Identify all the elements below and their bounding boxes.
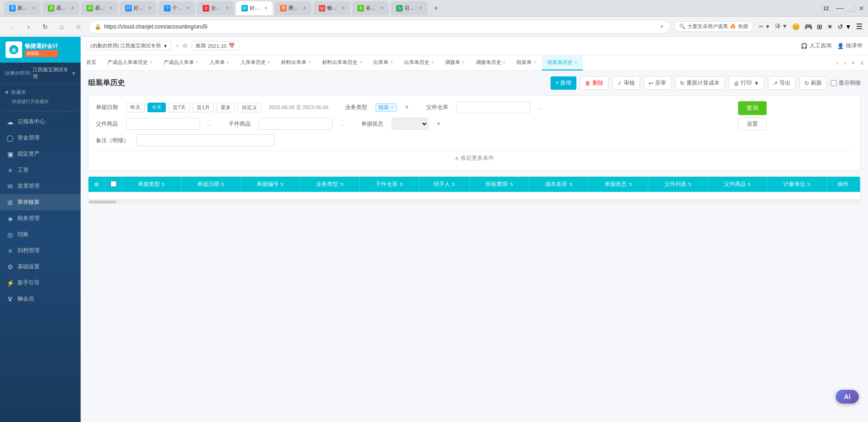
tab-close-11[interactable]: ×	[419, 6, 422, 11]
select-all-checkbox[interactable]	[111, 181, 117, 187]
tab-prod-inbound-close[interactable]: ×	[196, 60, 199, 65]
col-order-type[interactable]: 单据类型 ⇅	[122, 177, 181, 192]
browser-tab-4[interactable]: 好 好... ×	[120, 1, 157, 15]
notes-input[interactable]	[136, 134, 275, 146]
col-settings[interactable]: ⚙	[88, 177, 105, 192]
parent-goods-more[interactable]: ...	[207, 121, 212, 127]
nav-star-button[interactable]: ☆	[72, 20, 85, 33]
sidebar-item-guide[interactable]: ⚡ 新手引导	[0, 275, 81, 291]
date-yesterday-btn[interactable]: 昨天	[126, 103, 145, 112]
tab-scroll-right[interactable]: ›	[841, 58, 849, 68]
sidebar-item-assets[interactable]: ▣ 固定资产	[0, 146, 81, 162]
collapse-btn[interactable]: ∧ 收起更多条件	[96, 151, 853, 165]
browser-tab-7[interactable]: 好 好... ×	[236, 1, 273, 15]
sidebar-company[interactable]: (勿删勿禁用) 江西服宝测试专用 ▼	[0, 63, 81, 84]
refresh-button[interactable]: ↻ 刷新	[799, 76, 827, 90]
tab-close-9[interactable]: ×	[342, 6, 345, 11]
date-last-month-btn[interactable]: 近1月	[193, 103, 214, 112]
tab-outbound[interactable]: 出库单 ×	[368, 55, 399, 70]
parent-warehouse-input[interactable]	[457, 101, 530, 113]
tab-more[interactable]: ≡	[857, 58, 866, 68]
user-info[interactable]: 👤 徐泽华	[837, 42, 862, 50]
sidebar-item-checkout[interactable]: ◎ 结账	[0, 226, 81, 243]
date-last7-btn[interactable]: 近7天	[169, 103, 190, 112]
status-dropdown-chevron[interactable]: ▼	[436, 121, 441, 127]
tab-assemble-close[interactable]: ×	[462, 60, 465, 65]
tab-inbound-history[interactable]: 入库单历史 ×	[235, 55, 276, 70]
tab-material-out-history-close[interactable]: ×	[359, 60, 362, 65]
col-order-date[interactable]: 单据日期 ⇅	[181, 177, 240, 192]
menu-btn[interactable]: ☰	[856, 22, 862, 31]
tab-prod-inbound-history[interactable]: 产成品入库单历史 ×	[102, 55, 158, 70]
browser-restore[interactable]: ⬜	[847, 5, 855, 12]
nav-reload-button[interactable]: ↻	[39, 20, 52, 33]
tab-close-4[interactable]: ×	[148, 6, 151, 11]
undo-btn[interactable]: ↺ ▼	[838, 23, 851, 30]
new-tab-button[interactable]: +	[429, 2, 442, 15]
game-btn[interactable]: 🎮	[804, 23, 812, 30]
favorites-title[interactable]: ★ 收藏夹	[5, 87, 76, 98]
col-cost-diff[interactable]: 成本差异 ⇅	[529, 177, 588, 192]
sidebar-item-tax[interactable]: ◈ 税务管理	[0, 210, 81, 226]
col-order-no[interactable]: 单据编号 ⇅	[240, 177, 300, 192]
tab-inbound-close[interactable]: ×	[227, 60, 229, 65]
sidebar-item-archive[interactable]: ≡ 归档管理	[0, 243, 81, 259]
parent-warehouse-more[interactable]: ...	[538, 104, 542, 110]
nav-forward-button[interactable]: ›	[22, 20, 35, 33]
col-handler[interactable]: 经手人 ⇅	[419, 177, 470, 192]
translate-btn[interactable]: 译 ▼	[775, 23, 787, 30]
tab-assemble[interactable]: 调拨单 ×	[440, 55, 470, 70]
tab-inbound-history-close[interactable]: ×	[268, 60, 270, 65]
consultant-btn[interactable]: 🎧 人工咨询	[801, 42, 832, 50]
col-biz-type[interactable]: 业务类型 ⇅	[300, 177, 359, 192]
tab-assemble-history[interactable]: 调拨单历史 ×	[470, 55, 511, 70]
col-checkbox[interactable]	[105, 177, 122, 192]
period-selector[interactable]: 账期 2021-10 📅	[192, 41, 239, 51]
biz-type-tag-remove[interactable]: ×	[391, 104, 393, 110]
sidebar-item-funds[interactable]: ◯ 资金管理	[0, 130, 81, 146]
tab-close-2[interactable]: ×	[71, 6, 74, 11]
address-bar-chevron[interactable]: ▼	[659, 24, 664, 29]
recalculate-button[interactable]: ↻ 重新计算成本	[675, 76, 725, 90]
tab-kit-history-close[interactable]: ×	[575, 60, 577, 65]
emoji-btn[interactable]: 😊	[792, 23, 800, 30]
tab-prod-inbound-history-close[interactable]: ×	[150, 60, 152, 65]
tab-scroll-left[interactable]: ‹	[834, 58, 841, 68]
grid-btn[interactable]: ⊞	[817, 23, 822, 30]
scrollbar-thumb[interactable]	[89, 201, 117, 203]
nav-back-button[interactable]: ‹	[6, 20, 18, 33]
browser-tab-6[interactable]: 企 企... ×	[197, 1, 234, 15]
export-button[interactable]: ↗ 导出	[768, 76, 796, 90]
col-child-warehouse[interactable]: 子件仓库 ⇅	[359, 177, 419, 192]
browser-tab-1[interactable]: 新 新... ×	[4, 1, 41, 15]
sidebar-item-salary[interactable]: ≡ 工资	[0, 162, 81, 178]
ai-widget[interactable]: Ai	[836, 390, 859, 404]
print-button[interactable]: 🖨 打印 ▼	[728, 76, 764, 90]
tab-close-all[interactable]: ×	[849, 58, 857, 68]
approve-button[interactable]: ✓ 审核	[612, 76, 640, 90]
browser-tab-3[interactable]: 易 易... ×	[81, 1, 118, 15]
scissors-btn[interactable]: ✂ ▼	[759, 23, 770, 30]
tab-home[interactable]: 首页	[81, 55, 102, 70]
nav-home-button[interactable]: ⌂	[55, 20, 68, 33]
query-button[interactable]: 查询	[738, 101, 767, 115]
sidebar-item-settings[interactable]: ⚙ 基础设置	[0, 259, 81, 275]
tab-close-3[interactable]: ×	[110, 6, 112, 11]
browser-minimize[interactable]: —	[836, 4, 844, 12]
tab-assemble-history-close[interactable]: ×	[503, 60, 506, 65]
unapprove-button[interactable]: ↩ 弃审	[644, 76, 671, 90]
browser-close[interactable]: ✕	[859, 5, 864, 12]
browser-tab-11[interactable]: S 目... ×	[391, 1, 428, 15]
sidebar-item-invoice[interactable]: ✉ 发票管理	[0, 178, 81, 194]
col-disassemble-cost[interactable]: 拆装费用 ⇅	[469, 177, 529, 192]
header-settings-icon[interactable]: ⚙	[182, 42, 188, 49]
sidebar-item-reports[interactable]: ☁ 云报表中心	[0, 114, 81, 130]
col-parent-list[interactable]: 父件列表 ⇅	[648, 177, 708, 192]
tab-material-out[interactable]: 材料出库单 ×	[276, 55, 317, 70]
search-bar[interactable]: 🔍 大量安卓用户逃离 🔥 热搜	[674, 21, 753, 32]
horizontal-scrollbar[interactable]	[88, 200, 861, 204]
display-detail-checkbox[interactable]	[831, 80, 837, 86]
date-custom-btn[interactable]: 自定义	[238, 103, 261, 112]
tab-close-8[interactable]: ×	[303, 6, 306, 11]
browser-tab-8[interactable]: 腾 腾... ×	[275, 1, 311, 15]
